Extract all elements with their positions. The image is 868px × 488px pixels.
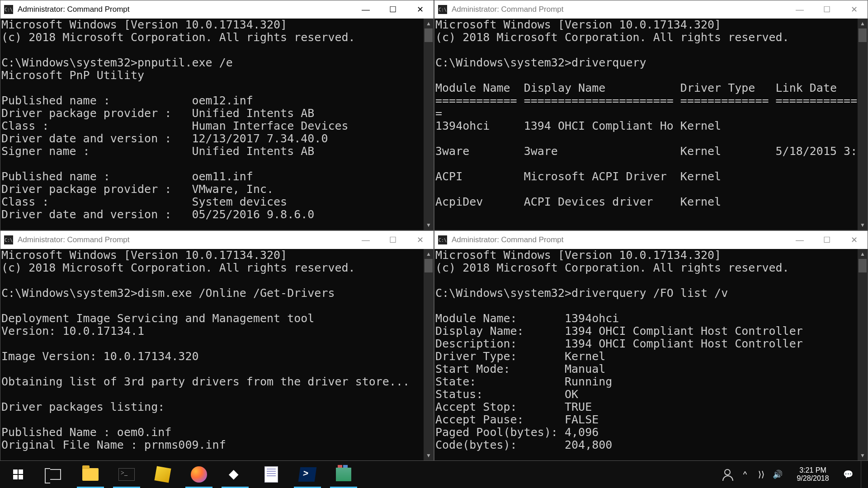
minimize-button[interactable]: — <box>786 231 813 249</box>
scrollbar[interactable]: ▲ ▼ <box>858 249 868 460</box>
scrollbar[interactable]: ▲ ▼ <box>424 249 434 460</box>
books-icon <box>336 468 351 481</box>
task-view-button[interactable] <box>36 461 72 488</box>
app-button-yellow[interactable] <box>145 461 181 488</box>
cmd-icon: C:\ <box>438 5 447 14</box>
command-prompt-button[interactable] <box>108 461 145 488</box>
close-button[interactable]: ✕ <box>840 231 868 249</box>
scroll-down-icon[interactable]: ▼ <box>858 220 868 230</box>
cmd-icon: C:\ <box>438 235 447 244</box>
svg-rect-1 <box>19 469 23 474</box>
show-desktop-button[interactable] <box>861 461 865 488</box>
cmd-icon: C:\ <box>4 5 13 14</box>
app-button-white[interactable] <box>217 461 253 488</box>
cmd-icon: C:\ <box>4 235 13 244</box>
white-app-icon <box>228 467 242 482</box>
maximize-button[interactable]: ☐ <box>379 0 406 19</box>
titlebar[interactable]: C:\ Administrator: Command Prompt — ☐ ✕ <box>434 0 868 19</box>
cmd-window-top-left[interactable]: C:\ Administrator: Command Prompt — ☐ ✕ … <box>0 0 434 230</box>
people-icon <box>722 468 735 481</box>
titlebar[interactable]: C:\ Administrator: Command Prompt — ☐ ✕ <box>0 231 434 249</box>
scroll-down-icon[interactable]: ▼ <box>858 450 868 460</box>
scrollbar[interactable]: ▲ ▼ <box>858 19 868 230</box>
app-button-books[interactable] <box>326 461 362 488</box>
svg-rect-2 <box>13 475 18 479</box>
file-explorer-button[interactable] <box>72 461 108 488</box>
scroll-thumb[interactable] <box>859 28 867 42</box>
clock-date: 9/28/2018 <box>797 474 829 483</box>
scroll-down-icon[interactable]: ▼ <box>424 450 434 460</box>
scroll-up-icon[interactable]: ▲ <box>858 19 868 28</box>
scroll-thumb[interactable] <box>425 28 433 42</box>
volume-button[interactable]: 🔊 <box>769 461 786 488</box>
console-output[interactable]: Microsoft Windows [Version 10.0.17134.32… <box>434 19 858 230</box>
scroll-up-icon[interactable]: ▲ <box>424 249 434 259</box>
terminal-icon <box>118 468 135 481</box>
svg-rect-3 <box>19 475 23 479</box>
start-button[interactable] <box>0 461 36 488</box>
notepad-button[interactable] <box>253 461 289 488</box>
titlebar[interactable]: C:\ Administrator: Command Prompt — ☐ ✕ <box>0 0 434 19</box>
window-title: Administrator: Command Prompt <box>18 235 352 244</box>
notification-icon: 💬 <box>843 469 853 479</box>
scrollbar[interactable]: ▲ ▼ <box>424 19 434 230</box>
svg-rect-0 <box>13 469 18 474</box>
scroll-thumb[interactable] <box>859 259 867 272</box>
minimize-button[interactable]: — <box>352 0 379 19</box>
windows-logo-icon <box>13 469 24 480</box>
wifi-icon: ⟩⟩ <box>758 469 764 479</box>
window-title: Administrator: Command Prompt <box>18 5 352 14</box>
close-button[interactable]: ✕ <box>840 0 868 19</box>
firefox-icon <box>191 466 207 483</box>
scroll-up-icon[interactable]: ▲ <box>424 19 434 28</box>
cmd-window-bottom-left[interactable]: C:\ Administrator: Command Prompt — ☐ ✕ … <box>0 230 434 461</box>
people-button[interactable] <box>721 461 737 488</box>
task-view-icon <box>47 469 61 480</box>
window-title: Administrator: Command Prompt <box>452 235 786 244</box>
console-output[interactable]: Microsoft Windows [Version 10.0.17134.32… <box>0 249 424 460</box>
action-center-button[interactable]: 💬 <box>840 461 856 488</box>
clock-time: 3:21 PM <box>799 466 826 474</box>
console-output[interactable]: Microsoft Windows [Version 10.0.17134.32… <box>434 249 858 460</box>
powershell-icon <box>298 467 316 482</box>
powershell-button[interactable] <box>289 461 326 488</box>
close-button[interactable]: ✕ <box>406 0 434 19</box>
maximize-button[interactable]: ☐ <box>813 231 840 249</box>
window-title: Administrator: Command Prompt <box>452 5 786 14</box>
scroll-thumb[interactable] <box>425 259 433 272</box>
scroll-up-icon[interactable]: ▲ <box>858 249 868 259</box>
taskbar: ^ ⟩⟩ 🔊 3:21 PM 9/28/2018 💬 <box>0 461 868 488</box>
cmd-window-top-right[interactable]: C:\ Administrator: Command Prompt — ☐ ✕ … <box>434 0 868 230</box>
notepad-icon <box>264 466 278 483</box>
chevron-up-icon: ^ <box>743 470 747 479</box>
maximize-button[interactable]: ☐ <box>813 0 840 19</box>
firefox-button[interactable] <box>181 461 217 488</box>
clock-button[interactable]: 3:21 PM 9/28/2018 <box>786 466 840 483</box>
console-output[interactable]: Microsoft Windows [Version 10.0.17134.32… <box>0 19 424 230</box>
titlebar[interactable]: C:\ Administrator: Command Prompt — ☐ ✕ <box>434 231 868 249</box>
network-button[interactable]: ⟩⟩ <box>753 461 769 488</box>
yellow-app-icon <box>154 466 171 483</box>
minimize-button[interactable]: — <box>786 0 813 19</box>
maximize-button[interactable]: ☐ <box>379 231 406 249</box>
speaker-icon: 🔊 <box>773 469 783 479</box>
minimize-button[interactable]: — <box>352 231 379 249</box>
close-button[interactable]: ✕ <box>406 231 434 249</box>
folder-icon <box>82 468 99 481</box>
tray-chevron-button[interactable]: ^ <box>737 461 753 488</box>
cmd-window-bottom-right[interactable]: C:\ Administrator: Command Prompt — ☐ ✕ … <box>434 230 868 461</box>
scroll-down-icon[interactable]: ▼ <box>424 220 434 230</box>
